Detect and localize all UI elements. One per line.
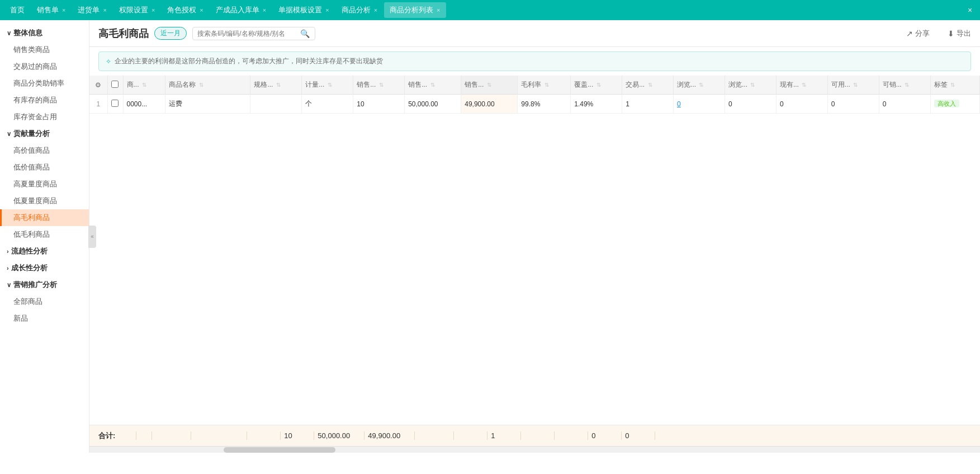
sort-code-icon: ⇅ xyxy=(142,82,146,88)
nav-permissions-close[interactable]: × xyxy=(152,7,155,13)
row-col8: 49,900.00 xyxy=(461,95,518,114)
sidebar-collapse-button[interactable]: « xyxy=(88,226,96,248)
row-col10: 1.49% xyxy=(571,95,622,114)
col-code[interactable]: 商... ⇅ xyxy=(123,76,165,95)
footer-cells: 10 50,000.00 49,900.00 1 0 0 xyxy=(120,431,971,440)
row-index: 1 xyxy=(89,95,107,114)
sidebar-group-contribution[interactable]: ∨ 贡献量分析 xyxy=(0,125,89,142)
col-tag[interactable]: 标签 ⇅ xyxy=(930,76,979,95)
row-col7: 50,000.00 xyxy=(405,95,461,114)
row-col13: 0 xyxy=(725,95,776,114)
sidebar-group-growth[interactable]: › 成长性分析 xyxy=(0,260,89,276)
info-banner: ✧ 企业的主要的利润都是这部分商品创造的，可考虑加大推广，同时关注库存是不要出现… xyxy=(98,51,971,71)
sidebar-item-low-margin[interactable]: 低毛利商品 xyxy=(0,226,89,243)
sidebar-item-sales-goods[interactable]: 销售类商品 xyxy=(0,41,89,58)
horizontal-scrollbar[interactable] xyxy=(89,446,980,453)
col-name[interactable]: 商品名称 ⇅ xyxy=(165,76,250,95)
col-coverage[interactable]: 覆盖... ⇅ xyxy=(571,76,622,95)
sidebar-group-overall[interactable]: ∨ 整体信息 xyxy=(0,25,89,41)
sort-available-icon: ⇅ xyxy=(853,82,858,88)
sidebar-item-traded-goods[interactable]: 交易过的商品 xyxy=(0,58,89,75)
footer-cell-8 xyxy=(415,431,454,440)
row-col16: 0 xyxy=(879,95,930,114)
search-icon[interactable]: 🔍 xyxy=(300,29,310,38)
product-table: ⚙ 商... ⇅ 商品名称 ⇅ 规格... xyxy=(89,76,980,114)
nav-purchase[interactable]: 进货单 × xyxy=(72,2,112,18)
footer-cell-2 xyxy=(152,431,191,440)
footer-cell-1 xyxy=(136,431,152,440)
col-sales3[interactable]: 销售... ⇅ xyxy=(461,76,518,95)
col-browse2[interactable]: 浏览... ⇅ xyxy=(725,76,776,95)
row-select-checkbox[interactable] xyxy=(111,100,119,107)
content-header: 高毛利商品 近一月 🔍 ↗ 分享 ⬇ 导出 xyxy=(89,20,980,47)
row-col12[interactable]: 0 xyxy=(674,95,725,114)
sidebar-item-all-goods[interactable]: 全部商品 xyxy=(0,293,89,310)
nav-purchase-close[interactable]: × xyxy=(103,7,106,13)
nav-permissions[interactable]: 权限设置 × xyxy=(113,2,160,18)
nav-product-analysis[interactable]: 商品分析 × xyxy=(336,2,383,18)
export-icon: ⬇ xyxy=(948,29,954,38)
nav-template-settings[interactable]: 单据模板设置 × xyxy=(273,2,334,18)
row-code: 0000... xyxy=(123,95,165,114)
top-nav: 首页 销售单 × 进货单 × 权限设置 × 角色授权 × 产成品入库单 × 单据… xyxy=(0,0,980,20)
sidebar-item-high-margin[interactable]: 高毛利商品 xyxy=(0,209,89,226)
content-area: 高毛利商品 近一月 🔍 ↗ 分享 ⬇ 导出 ✧ 企业的主要的利润都是这部分商品创… xyxy=(89,20,980,453)
col-sales1[interactable]: 销售... ⇅ xyxy=(353,76,405,95)
export-button[interactable]: ⬇ 导出 xyxy=(948,29,971,39)
window-close-button[interactable]: × xyxy=(964,4,976,16)
sidebar-item-high-velocity[interactable]: 高夏量度商品 xyxy=(0,176,89,193)
row-spec xyxy=(250,95,302,114)
sidebar-group-marketing[interactable]: ∨ 营销推广分析 xyxy=(0,276,89,293)
sidebar-item-low-velocity[interactable]: 低夏量度商品 xyxy=(0,193,89,209)
sidebar-group-trend[interactable]: › 流趋性分析 xyxy=(0,243,89,260)
nav-roles[interactable]: 角色授权 × xyxy=(162,2,209,18)
col-settings[interactable]: ⚙ xyxy=(89,76,107,95)
nav-product-entry-close[interactable]: × xyxy=(263,7,266,13)
nav-sales-order[interactable]: 销售单 × xyxy=(31,2,71,18)
col-gross-rate[interactable]: 毛利率 ⇅ xyxy=(518,76,571,95)
col-sellable[interactable]: 可销... ⇅ xyxy=(879,76,930,95)
col-sales2[interactable]: 销售... ⇅ xyxy=(405,76,461,95)
row-col14: 0 xyxy=(776,95,827,114)
sidebar-item-new-goods[interactable]: 新品 xyxy=(0,310,89,327)
nav-home[interactable]: 首页 xyxy=(4,2,30,18)
nav-sales-order-close[interactable]: × xyxy=(62,7,65,13)
sort-sales3-icon: ⇅ xyxy=(487,82,491,88)
footer-cell-5: 10 xyxy=(281,431,314,440)
footer-cell-11 xyxy=(521,431,555,440)
sidebar-item-low-value[interactable]: 低价值商品 xyxy=(0,159,89,176)
footer-cell-0 xyxy=(120,431,136,440)
row-col15: 0 xyxy=(827,95,879,114)
search-input[interactable] xyxy=(197,30,298,37)
col-spec[interactable]: 规格... ⇅ xyxy=(250,76,302,95)
sidebar-item-high-value[interactable]: 高价值商品 xyxy=(0,142,89,159)
footer-cell-13: 0 xyxy=(588,431,622,440)
select-all-checkbox[interactable] xyxy=(111,81,119,88)
footer-cell-7: 49,900.00 xyxy=(364,431,415,440)
scrollbar-thumb[interactable] xyxy=(224,447,335,453)
col-available[interactable]: 可用... ⇅ xyxy=(827,76,879,95)
trend-arrow-icon: › xyxy=(7,248,9,255)
sort-coverage-icon: ⇅ xyxy=(596,82,601,88)
footer-cell-6: 50,000.00 xyxy=(314,431,364,440)
row-name: 运费 xyxy=(165,95,250,114)
nav-roles-close[interactable]: × xyxy=(200,7,203,13)
sidebar-item-category-rate[interactable]: 商品分类助销率 xyxy=(0,75,89,92)
nav-product-entry[interactable]: 产成品入库单 × xyxy=(210,2,272,18)
filter-recent-month-button[interactable]: 近一月 xyxy=(154,27,187,40)
nav-product-analysis-list-close[interactable]: × xyxy=(437,7,440,13)
col-browse1[interactable]: 浏览... ⇅ xyxy=(674,76,725,95)
overall-arrow-icon: ∨ xyxy=(7,30,11,37)
sidebar-wrapper: ∨ 整体信息 销售类商品 交易过的商品 商品分类助销率 有库存的商品 库存资金占… xyxy=(0,20,89,453)
table-row: 1 0000... 运费 个 10 50,000.00 49,900.00 99… xyxy=(89,95,980,114)
nav-template-close[interactable]: × xyxy=(325,7,329,13)
sidebar-item-stock-capital[interactable]: 库存资金占用 xyxy=(0,109,89,125)
share-button[interactable]: ↗ 分享 xyxy=(906,29,930,39)
nav-product-analysis-list[interactable]: 商品分析列表 × xyxy=(384,2,446,18)
col-trade[interactable]: 交易... ⇅ xyxy=(622,76,674,95)
sidebar-item-in-stock[interactable]: 有库存的商品 xyxy=(0,92,89,109)
col-unit[interactable]: 计量... ⇅ xyxy=(302,76,353,95)
nav-product-analysis-close[interactable]: × xyxy=(374,7,377,13)
search-box: 🔍 xyxy=(192,27,315,40)
col-current[interactable]: 现有... ⇅ xyxy=(776,76,827,95)
